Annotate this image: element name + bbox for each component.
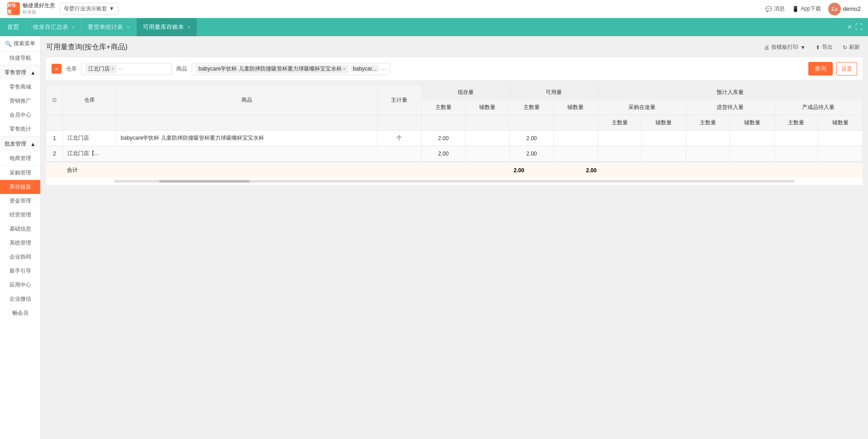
sidebar-item-enterprise-collab[interactable]: 企业协同 <box>0 250 40 264</box>
row-stock-main: 2.00 <box>421 131 466 146</box>
product-label: 商品 <box>176 65 187 73</box>
tab-receivable-close[interactable]: × <box>72 24 75 30</box>
page-title-actions: 🖨 按模板打印 ▼ ⬆ 导出 ↻ 刷新 <box>761 42 863 53</box>
sidebar-section-wholesale: 批发管理 ▲ 电商管理 <box>0 137 40 166</box>
home-label: 首页 <box>7 23 19 31</box>
row-avail-aux <box>554 131 598 146</box>
product-filter-field[interactable]: babycare学饮杯 儿童防摔防撞吸管杯重力球吸嘴杯宝宝水杯 × babyca… <box>192 63 390 75</box>
tenant-selector[interactable]: 母婴行业演示账套 ▼ <box>60 3 118 15</box>
sidebar-item-marketing[interactable]: 营销推广 <box>0 94 40 108</box>
product-tag-1-remove[interactable]: × <box>343 66 346 71</box>
col-stock-aux: 辅数量 <box>466 100 510 115</box>
footer-avail-main: 2.00 <box>573 167 609 174</box>
sidebar-item-basic-info[interactable]: 基础信息 <box>0 222 40 236</box>
row-no: 1 <box>47 131 63 146</box>
sidebar-group-wholesale[interactable]: 批发管理 ▲ <box>0 137 40 151</box>
blank-stock-main <box>421 115 466 131</box>
subtotal-purchase-main <box>598 146 642 161</box>
mobile-icon: 📱 <box>792 6 799 12</box>
table-body: 1 江北门店 babycare学饮杯 儿童防摔防撞吸管杯重力球吸嘴杯宝宝水杯 个… <box>47 131 863 161</box>
tab-order-close[interactable]: × <box>127 24 129 30</box>
sidebar-item-retail-stats[interactable]: 零售统计 <box>0 122 40 136</box>
filter-right-btns: 查询 设置 <box>808 62 857 76</box>
tab-receivable-summary[interactable]: 收发存汇总表 × <box>27 18 81 36</box>
sidebar-item-inventory[interactable]: 库存核算 <box>0 180 40 194</box>
subtotal-stock-aux <box>466 146 510 161</box>
settings-btn[interactable]: 设置 <box>836 62 857 76</box>
warehouse-tag: 江北门店 × <box>85 65 117 73</box>
user-area[interactable]: Ea demo2 <box>828 3 861 15</box>
blank-stock-aux <box>466 115 510 131</box>
nav-tabs: 首页 收发存汇总表 × 要货单统计表 × 可用量库存账本 × × ⛶ <box>0 18 868 36</box>
col-avail-main: 主数量 <box>509 100 554 115</box>
subtotal-transit-main <box>686 146 730 161</box>
sidebar-search[interactable]: 🔍 搜索菜单 <box>0 36 40 52</box>
sidebar-item-purchase[interactable]: 采购管理 <box>0 166 40 180</box>
close-all-tabs-btn[interactable]: × <box>848 23 852 31</box>
subtotal-transit-aux <box>730 146 774 161</box>
scroll-thumb[interactable] <box>159 180 250 183</box>
logo-text-area: 畅捷通好生意 标准版 <box>23 2 55 15</box>
filter-expand-btn[interactable]: » <box>52 64 61 74</box>
sidebar-item-finance[interactable]: 资金管理 <box>0 194 40 208</box>
col-product-header: 商品 <box>116 85 377 115</box>
export-icon: ⬆ <box>816 44 820 51</box>
col-settings-header[interactable]: ⚙ <box>47 85 63 115</box>
subtotal-stock-main: 2.00 <box>421 146 466 161</box>
print-btn[interactable]: 🖨 按模板打印 ▼ <box>761 42 808 53</box>
sidebar-item-member-plus[interactable]: 畅会员 <box>0 306 40 320</box>
tab-home[interactable]: 首页 <box>0 18 27 36</box>
refresh-btn[interactable]: ↻ 刷新 <box>840 42 863 53</box>
retail-group-label: 零售管理 <box>5 69 26 76</box>
print-label: 按模板打印 <box>771 43 798 51</box>
subtotal-avail-aux <box>554 146 598 161</box>
message-icon: 💬 <box>765 6 772 12</box>
sidebar-quick-nav[interactable]: 快捷导航 <box>0 52 40 65</box>
row-unit: 个 <box>377 131 421 146</box>
col-avail-aux: 辅数量 <box>554 100 598 115</box>
warehouse-label: 仓库 <box>66 65 77 73</box>
filter-bar: » 仓库 江北门店 × ··· 商品 babycare学饮杯 儿童防摔防撞吸管杯… <box>46 57 863 80</box>
fullscreen-btn[interactable]: ⛶ <box>855 23 863 31</box>
table-header-row-3: 主数量 辅数量 主数量 辅数量 主数量 辅数量 <box>47 115 863 131</box>
sidebar-item-new-guide[interactable]: 新手引导 <box>0 264 40 278</box>
product-tag-2: babycar... <box>350 65 379 72</box>
export-btn[interactable]: ⬆ 导出 <box>813 42 835 53</box>
collapse-icon2: ▲ <box>30 141 36 147</box>
app-name: 畅捷通好生意 <box>23 2 55 9</box>
wholesale-group-label: 批发管理 <box>5 140 26 148</box>
top-bar-right: 💬 消息 📱 App下载 Ea demo2 <box>765 3 861 15</box>
tab-order-stats[interactable]: 要货单统计表 × <box>81 18 136 36</box>
warehouse-tag-remove[interactable]: × <box>111 66 114 71</box>
tab-available-close[interactable]: × <box>188 24 190 30</box>
table-footer: 合计 2.00 2.00 <box>46 162 863 178</box>
product-more-btn[interactable]: ··· <box>381 65 387 72</box>
query-btn[interactable]: 查询 <box>808 62 833 76</box>
blank-product <box>116 115 377 131</box>
subtotal-prod-aux <box>818 146 863 161</box>
sidebar-item-system[interactable]: 系统管理 <box>0 236 40 250</box>
subtotal-purchase-aux <box>642 146 686 161</box>
content-area: 可用量查询(按仓库+商品) 🖨 按模板打印 ▼ ⬆ 导出 ↻ 刷新 <box>41 36 868 439</box>
chevron-down-icon: ▼ <box>109 5 114 12</box>
app-download-btn[interactable]: 📱 App下载 <box>792 5 821 13</box>
sidebar-item-retail-mall[interactable]: 零售商城 <box>0 80 40 94</box>
settings-icon[interactable]: ⚙ <box>52 96 57 104</box>
tab-available-stock[interactable]: 可用量库存账本 × <box>137 18 197 36</box>
row-stock-aux <box>466 131 510 146</box>
warehouse-more-btn[interactable]: ··· <box>118 65 124 72</box>
subtotal-warehouse: 江北门店【... <box>63 146 422 161</box>
col-incoming-group: 预计入库量 <box>598 85 862 100</box>
footer-stock-main: 2.00 <box>501 167 537 174</box>
sidebar-item-wechat-work[interactable]: 企业微信 <box>0 292 40 306</box>
sidebar-item-app-center[interactable]: 应用中心 <box>0 278 40 292</box>
col-purchase-group: 采购在途量 <box>598 100 686 115</box>
warehouse-filter-field[interactable]: 江北门店 × ··· <box>81 63 172 75</box>
message-btn[interactable]: 💬 消息 <box>765 5 785 13</box>
sidebar-item-ecommerce[interactable]: 电商管理 <box>0 151 40 165</box>
top-bar: 好生意 畅捷通好生意 标准版 母婴行业演示账套 ▼ 💬 消息 📱 App下载 E… <box>0 0 868 18</box>
sidebar-item-member[interactable]: 会员中心 <box>0 108 40 122</box>
sidebar-group-retail[interactable]: 零售管理 ▲ <box>0 65 40 80</box>
sidebar-item-operation[interactable]: 经营管理 <box>0 208 40 222</box>
scroll-bar-area[interactable] <box>46 178 863 185</box>
